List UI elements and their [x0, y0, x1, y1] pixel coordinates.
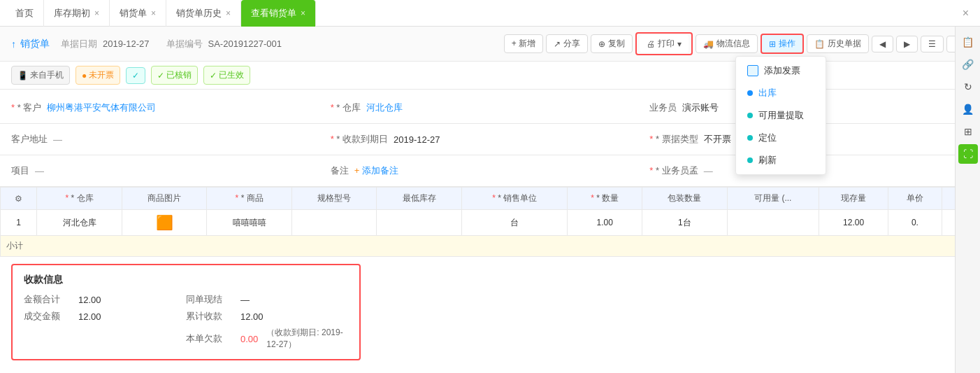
doc-type-icon: ↑ — [11, 38, 16, 50]
note-row: 备注 + 添加备注 — [331, 161, 650, 181]
refresh-item[interactable]: 刷新 — [736, 149, 826, 171]
copy-doc-icon[interactable]: 📋 — [958, 32, 978, 52]
items-table: ⚙ * * 仓库 商品图片 * * 商品 规格型号 最低库存 * * 销售单位 … — [0, 187, 980, 257]
project-label: 项目 — [11, 164, 29, 177]
print-button[interactable]: 🖨 打印 ▾ — [640, 35, 689, 52]
print-highlight: 🖨 打印 ▾ — [635, 32, 693, 55]
from-phone-button[interactable]: 📱 来自手机 — [11, 66, 70, 85]
close-tab-view-sales[interactable]: × — [301, 8, 305, 18]
fullscreen-icon[interactable]: ⛶ — [958, 144, 978, 164]
table-sidebar-icon[interactable]: ⊞ — [958, 122, 978, 141]
new-button[interactable]: + 新增 — [504, 34, 543, 53]
close-tab-inventory-init[interactable]: × — [94, 8, 99, 18]
transaction-amount-row: 成交金额 12.00 — [24, 310, 186, 323]
history-button[interactable]: 📋 历史单据 — [807, 34, 869, 53]
current-debt-label: 本单欠款 — [186, 332, 235, 345]
col-settings[interactable]: ⚙ — [1, 188, 37, 210]
cumulative-payment-row: 累计收款 12.00 — [186, 310, 348, 323]
tab-sales-order[interactable]: 销货单 × — [110, 0, 166, 27]
customer-row: * * 客户 柳州粤港平安气体有限公司 — [11, 98, 331, 118]
customer-value[interactable]: 柳州粤港平安气体有限公司 — [47, 101, 156, 114]
right-sidebar: 📋 🔗 ↻ 👤 ⊞ ⛶ — [955, 27, 980, 373]
add-invoice-icon — [747, 65, 758, 76]
main-content: ↑ 销货单 单据日期 2019-12-27 单据编号 SA-20191227-0… — [0, 27, 980, 373]
payment-date-label: * * 收款到期日 — [331, 133, 388, 146]
settings-icon[interactable]: ⚙ — [15, 194, 22, 204]
prev-record-button[interactable]: ◀ — [872, 36, 893, 52]
locate-item[interactable]: 定位 — [736, 127, 826, 149]
out-warehouse-item[interactable]: 出库 — [736, 82, 826, 104]
current-debt-row: 本单欠款 0.00 （收款到期日: 2019-12-27） — [186, 327, 348, 351]
share-button[interactable]: ↗ 分享 — [546, 34, 588, 53]
add-invoice-item[interactable]: 添加发票 — [736, 59, 826, 82]
tab-view-sales[interactable]: 查看销货单 × — [241, 0, 316, 27]
project-row: 项目 — — [11, 161, 331, 181]
address-row: 客户地址 — — [11, 129, 331, 149]
cancelled-check-icon: ✓ — [157, 71, 164, 80]
warehouse-row: * * 仓库 河北仓库 — [331, 98, 650, 118]
col-available: 可用量 (... — [727, 188, 819, 210]
doc-header: ↑ 销货单 单据日期 2019-12-27 单据编号 SA-20191227-0… — [0, 27, 980, 62]
warehouse-value[interactable]: 河北仓库 — [366, 101, 403, 114]
salesperson2-value: — — [704, 166, 713, 176]
secondary-toolbar: 📱 来自手机 ● 未开票 ✓ ✓ 已核销 ✓ 已生效 — [0, 62, 980, 90]
warehouse-label: * * 仓库 — [331, 101, 361, 114]
refresh-icon[interactable]: ↻ — [958, 77, 978, 97]
current-debt-value: 0.00 — [240, 334, 258, 344]
debt-note: （收款到期日: 2019-12-27） — [266, 327, 348, 351]
col-spec: 规格型号 — [291, 188, 377, 210]
tab-sales-history[interactable]: 销货单历史 × — [166, 0, 241, 27]
close-all-button[interactable]: × — [957, 7, 974, 20]
truck-icon: 🚚 — [703, 39, 714, 49]
history-icon: 📋 — [814, 39, 825, 49]
add-note-button[interactable]: + 添加备注 — [354, 164, 398, 177]
user-icon[interactable]: 👤 — [958, 99, 978, 119]
ticket-type-label: * * 票据类型 — [649, 133, 698, 146]
circle-icon: ● — [82, 71, 87, 80]
print-icon: 🖨 — [647, 39, 655, 49]
check-icon-button[interactable]: ✓ — [126, 67, 145, 84]
tab-home[interactable]: 首页 — [6, 0, 44, 27]
operation-dropdown: 添加发票 出库 可用量提取 定位 刷新 — [735, 56, 826, 175]
close-tab-sales-history[interactable]: × — [226, 8, 231, 18]
next-record-button[interactable]: ▶ — [896, 36, 918, 52]
check-icon: ✓ — [132, 71, 139, 80]
col-min-stock: 最低库存 — [377, 188, 462, 210]
phone-icon: 📱 — [17, 71, 28, 80]
doc-title: ↑ 销货单 — [11, 38, 50, 50]
copy-icon: ⊕ — [598, 39, 605, 49]
form-area-1: * * 客户 柳州粤港平安气体有限公司 * * 仓库 河北仓库 业务员 演示账号 — [0, 90, 980, 124]
note-label: 备注 — [331, 164, 349, 177]
col-unit-price: 单价 — [888, 188, 942, 210]
salesperson2-label: * * 业务员孟 — [649, 164, 698, 177]
transaction-amount-value: 12.00 — [78, 311, 101, 322]
share-icon: ↗ — [554, 39, 561, 49]
toolbar: + 新增 ↗ 分享 ⊕ 复制 🖨 打印 ▾ 🚚 物流信息 ⊞ — [504, 32, 969, 55]
cumulative-payment-value: 12.00 — [240, 311, 264, 322]
locate-dot — [747, 135, 753, 141]
col-pack-qty: 包装数量 — [642, 188, 728, 210]
not-open-ticket-button[interactable]: ● 未开票 — [75, 66, 120, 85]
address-label: 客户地址 — [11, 133, 48, 146]
cumulative-payment-label: 累计收款 — [186, 310, 235, 323]
copy-button[interactable]: ⊕ 复制 — [591, 34, 633, 53]
payment-title: 收款信息 — [24, 274, 348, 286]
tab-inventory-init[interactable]: 库存期初 × — [44, 0, 110, 27]
available-pickup-dot — [747, 113, 753, 118]
list-view-button[interactable]: ☰ — [921, 36, 944, 52]
payment-grid: 金额合计 12.00 同单现结 — 成交金额 12.00 累计收款 12.00 … — [24, 293, 348, 351]
logistics-button[interactable]: 🚚 物流信息 — [696, 34, 758, 53]
available-pickup-item[interactable]: 可用量提取 — [736, 104, 826, 127]
close-tab-sales-order[interactable]: × — [151, 8, 156, 18]
operation-button[interactable]: ⊞ 操作 — [761, 34, 804, 54]
salesperson-value: 演示账号 — [682, 101, 719, 114]
already-cancelled-button[interactable]: ✓ 已核销 — [151, 66, 198, 85]
col-sales-unit: * * 销售单位 — [461, 188, 567, 210]
same-order-label: 同单现结 — [186, 293, 235, 306]
col-current-stock: 现存量 — [819, 188, 888, 210]
date-label: 单据日期 — [61, 38, 97, 50]
total-amount-row: 金额合计 12.00 — [24, 293, 186, 306]
already-effective-button[interactable]: ✓ 已生效 — [203, 66, 250, 85]
payment-info: 收款信息 金额合计 12.00 同单现结 — 成交金额 12.00 累计收款 1… — [11, 264, 361, 360]
link-icon[interactable]: 🔗 — [958, 55, 978, 74]
